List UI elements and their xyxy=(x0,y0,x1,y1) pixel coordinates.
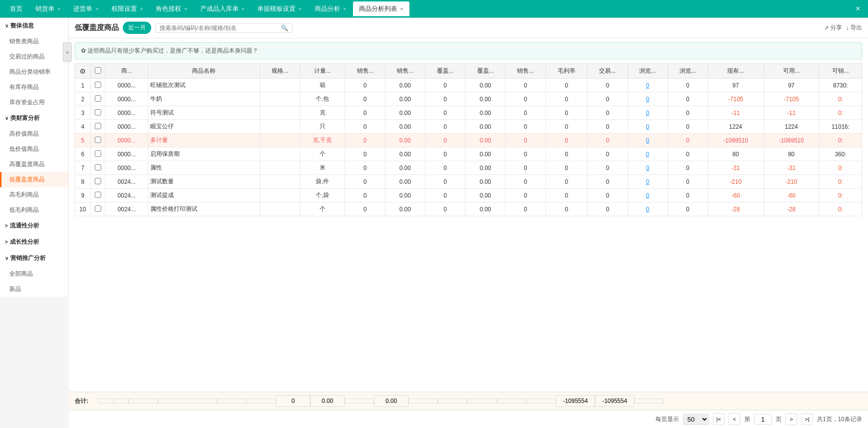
cell-browse1[interactable]: 0 xyxy=(627,92,668,106)
col-browse2[interactable]: 浏览... xyxy=(668,64,708,79)
col-code[interactable]: 商... xyxy=(106,64,148,79)
nav-tab-close-进货单[interactable]: × xyxy=(95,6,98,12)
last-page-button[interactable]: >| xyxy=(801,413,813,425)
cell-checkbox[interactable] xyxy=(91,134,106,147)
nav-tab-权限设置[interactable]: 权限设置× xyxy=(106,1,149,16)
sidebar-item-商品分类动销率[interactable]: 商品分类动销率 xyxy=(0,64,68,80)
page-size-select[interactable]: 5020100 xyxy=(683,414,709,425)
col-gross[interactable]: 毛利率 xyxy=(545,64,587,79)
col-gear[interactable]: ⚙ xyxy=(75,64,91,79)
cell-checkbox[interactable] xyxy=(91,175,106,189)
prev-page-button[interactable]: < xyxy=(729,413,740,425)
sidebar-section-流通性分析[interactable]: >流通性分析 xyxy=(0,218,68,234)
sidebar-item-全部商品[interactable]: 全部商品 xyxy=(0,266,68,282)
cell-browse1[interactable]: 0 xyxy=(627,147,668,161)
cell-browse1[interactable]: 0 xyxy=(627,189,668,202)
sidebar-item-低毛利商品[interactable]: 低毛利商品 xyxy=(0,202,68,218)
row-checkbox-8[interactable] xyxy=(95,192,101,198)
row-checkbox-2[interactable] xyxy=(95,109,101,115)
sidebar-section-营销推广分析[interactable]: ∨营销推广分析 xyxy=(0,250,68,266)
cell-checkbox[interactable] xyxy=(91,202,106,216)
row-checkbox-0[interactable] xyxy=(95,82,101,88)
col-cover2[interactable]: 覆盖... xyxy=(465,64,506,79)
row-checkbox-9[interactable] xyxy=(95,205,101,212)
col-sales1[interactable]: 销售... xyxy=(345,64,385,79)
col-browse1[interactable]: 浏览... xyxy=(627,64,668,79)
close-all-button[interactable]: × xyxy=(852,4,864,13)
row-checkbox-1[interactable] xyxy=(95,95,101,102)
sidebar-item-高价值商品[interactable]: 高价值商品 xyxy=(0,126,68,142)
nav-tab-close-单据模板设置[interactable]: × xyxy=(298,6,301,12)
sidebar-item-新品[interactable]: 新品 xyxy=(0,282,68,297)
cell-checkbox[interactable] xyxy=(91,189,106,202)
cell-checkbox[interactable] xyxy=(91,161,106,175)
row-checkbox-6[interactable] xyxy=(95,164,101,171)
cell-checkbox[interactable] xyxy=(91,120,106,134)
nav-tab-商品分析列表[interactable]: 商品分析列表× xyxy=(353,1,409,16)
sidebar-item-低价值商品[interactable]: 低价值商品 xyxy=(0,142,68,157)
cell-browse1[interactable]: 0 xyxy=(627,161,668,175)
sidebar-section-类财富分析[interactable]: ∨类财富分析 xyxy=(0,110,68,126)
col-checkbox[interactable] xyxy=(91,64,106,79)
export-button[interactable]: ↓ 导出 xyxy=(846,24,862,32)
share-button[interactable]: ↗ 分享 xyxy=(824,24,842,32)
next-page-button[interactable]: > xyxy=(786,413,797,425)
col-sales3[interactable]: 销售... xyxy=(505,64,545,79)
sidebar-item-高覆盖度商品[interactable]: 高覆盖度商品 xyxy=(0,157,68,172)
col-name[interactable]: 商品名称 xyxy=(148,64,260,79)
nav-tab-进货单[interactable]: 进货单× xyxy=(67,1,104,16)
nav-tab-close-销货单[interactable]: × xyxy=(57,6,60,12)
nav-tab-商品分析[interactable]: 商品分析× xyxy=(309,1,352,16)
row-checkbox-7[interactable] xyxy=(95,178,101,184)
row-checkbox-5[interactable] xyxy=(95,150,101,157)
cell-checkbox[interactable] xyxy=(91,92,106,106)
col-spec[interactable]: 规格... xyxy=(260,64,300,79)
nav-tab-close-角色授权[interactable]: × xyxy=(184,6,187,12)
sidebar-item-库存资金占用[interactable]: 库存资金占用 xyxy=(0,95,68,110)
search-icon[interactable]: 🔍 xyxy=(281,25,288,31)
nav-tab-首页[interactable]: 首页 xyxy=(4,1,28,16)
col-unit[interactable]: 计量... xyxy=(300,64,345,79)
col-current[interactable]: 现有... xyxy=(708,64,763,79)
sidebar-section-整体信息[interactable]: ∨整体信息 xyxy=(0,18,68,34)
row-checkbox-3[interactable] xyxy=(95,123,101,129)
select-all-checkbox[interactable] xyxy=(95,67,101,74)
cell-browse1[interactable]: 0 xyxy=(627,120,668,134)
nav-tab-角色授权[interactable]: 角色授权× xyxy=(150,1,193,16)
sidebar-item-低覆盖度商品[interactable]: 低覆盖度商品 xyxy=(0,172,68,187)
search-input[interactable] xyxy=(160,25,279,31)
cell-checkbox[interactable] xyxy=(91,106,106,120)
filter-near-month-button[interactable]: 近一月 xyxy=(123,22,151,34)
sidebar-item-交易过的商品[interactable]: 交易过的商品 xyxy=(0,49,68,64)
col-sales2[interactable]: 销售... xyxy=(385,64,425,79)
col-available[interactable]: 可用... xyxy=(763,64,819,79)
sidebar-item-有库存商品[interactable]: 有库存商品 xyxy=(0,80,68,95)
page-number-input[interactable] xyxy=(754,414,772,425)
table-row: 10000...旺辅批次测试箱00.0000.000000097978730: xyxy=(75,79,862,92)
cell-unit: 个 xyxy=(300,147,345,161)
cell-checkbox[interactable] xyxy=(91,79,106,92)
cell-name: 测试数量 xyxy=(148,175,260,189)
sidebar-item-销售类商品[interactable]: 销售类商品 xyxy=(0,34,68,49)
cell-checkbox[interactable] xyxy=(91,147,106,161)
cell-browse1[interactable]: 0 xyxy=(627,106,668,120)
nav-tab-销货单[interactable]: 销货单× xyxy=(29,1,66,16)
cell-browse1[interactable]: 0 xyxy=(627,79,668,92)
cell-browse1[interactable]: 0 xyxy=(627,202,668,216)
sidebar-item-高毛利商品[interactable]: 高毛利商品 xyxy=(0,187,68,202)
sidebar-section-成长性分析[interactable]: >成长性分析 xyxy=(0,234,68,250)
nav-tab-close-产成品入库单[interactable]: × xyxy=(242,6,244,12)
nav-tab-close-权限设置[interactable]: × xyxy=(140,6,143,12)
nav-tab-产成品入库单[interactable]: 产成品入库单× xyxy=(194,1,250,16)
nav-tab-close-商品分析[interactable]: × xyxy=(343,6,346,12)
col-trans[interactable]: 交易... xyxy=(588,64,628,79)
nav-tab-close-商品分析列表[interactable]: × xyxy=(400,6,403,12)
first-page-button[interactable]: |< xyxy=(713,413,725,425)
cell-browse1[interactable]: 0 xyxy=(627,175,668,189)
nav-tab-单据模板设置[interactable]: 单据模板设置× xyxy=(251,1,307,16)
col-cover1[interactable]: 覆盖... xyxy=(425,64,465,79)
sidebar-collapse-button[interactable]: « xyxy=(63,42,72,62)
col-saleable[interactable]: 可销... xyxy=(819,64,862,79)
row-checkbox-4[interactable] xyxy=(95,137,101,143)
cell-browse1[interactable]: 0 xyxy=(627,134,668,147)
